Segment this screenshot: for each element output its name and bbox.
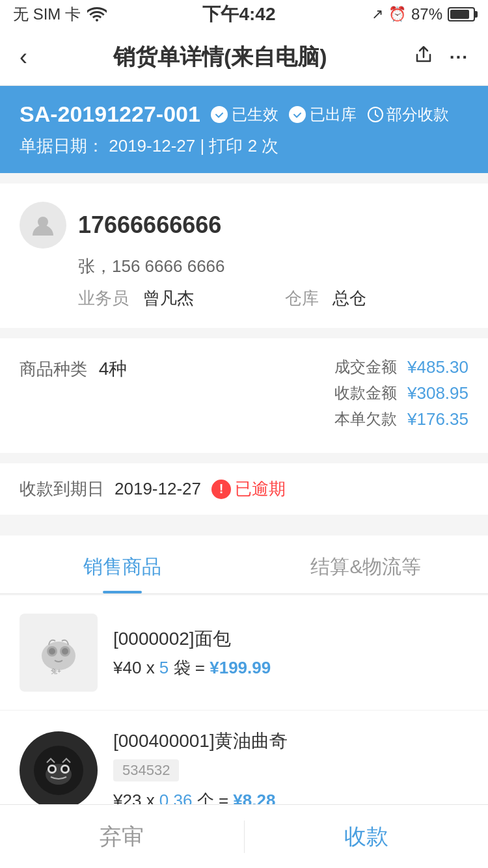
tab-settlement-label: 结算&物流等 [310,556,421,577]
debt-row: 本单欠款 ¥176.35 [244,409,468,429]
due-label: 收款到期日 [20,478,104,500]
order-header: SA-20191227-001 已生效 已出库 部分收款 [0,86,488,173]
status-effective: 已生效 [211,104,278,125]
stats-left: 商品种类 4种 [20,357,244,381]
product-price-row-1: ¥40 x 5 袋 = ¥199.99 [113,657,468,679]
category-label: 商品种类 [20,359,87,379]
status-effective-label: 已生效 [232,104,278,125]
received-value: ¥308.95 [407,383,468,403]
warehouse-info: 仓库 总仓 [285,287,367,310]
product-code-2: [000400001] [113,731,215,751]
check-icon-2 [289,106,306,123]
print-info: | 打印 2 次 [200,136,278,156]
product-title-1: 面包 [195,629,231,649]
customer-row: 17666666666 [20,202,468,249]
tab-settlement[interactable]: 结算&物流等 [244,536,488,593]
status-bar-right: ↗ ⏰ 87% [372,5,475,23]
date-value: 2019-12-27 [109,136,195,156]
product-title-2: 黄油曲奇 [215,731,288,751]
svg-point-12 [49,766,55,772]
order-id: SA-20191227-001 [20,102,200,127]
page-title: 销货单详情(来自电脑) [113,42,327,72]
carrier-label: 无 SIM 卡 [13,4,81,25]
product-eq-1: = [195,658,210,677]
alarm-icon: ⏰ [388,6,406,23]
product-name-2: [000400001]黄油曲奇 [113,729,468,753]
date-label: 单据日期： [20,136,104,156]
warehouse-name: 总仓 [332,288,366,308]
products-section: 兔+ [0000002]面包 ¥40 x 5 袋 = ¥199.99 [0,595,488,831]
section-separator [0,515,488,525]
order-header-row1: SA-20191227-001 已生效 已出库 部分收款 [20,102,468,127]
due-date-value: 2019-12-27 [115,479,201,499]
wifi-icon [87,7,107,21]
stats-section: 商品种类 4种 成交金额 ¥485.30 收款金额 ¥308.95 本单欠款 ¥… [0,338,488,453]
product-info-1: [0000002]面包 ¥40 x 5 袋 = ¥199.99 [113,627,468,679]
battery-indicator [448,7,475,21]
customer-section: 17666666666 张，156 6666 6666 业务员 曾凡杰 仓库 总… [0,183,488,328]
overdue-icon: ! [211,480,231,499]
status-partial-label: 部分收款 [386,104,449,125]
sales-label: 业务员 [78,288,129,308]
back-button[interactable]: ‹ [20,44,27,71]
transaction-value: ¥485.30 [407,357,468,377]
sales-name: 曾凡杰 [143,288,194,308]
product-thumbnail-2 [20,731,98,809]
sales-info: 业务员 曾凡杰 [78,287,194,310]
product-item: 兔+ [0000002]面包 ¥40 x 5 袋 = ¥199.99 [0,595,488,711]
product-name-1: [0000002]面包 [113,627,468,651]
product-total-1: ¥199.99 [210,658,271,677]
warehouse-label: 仓库 [285,288,319,308]
debt-label: 本单欠款 [334,409,397,429]
product-info-2: [000400001]黄油曲奇 534532 ¥23 x 0.36 个 = ¥8… [113,729,468,812]
more-icon[interactable]: ··· [450,47,468,68]
svg-point-13 [62,766,68,772]
svg-point-6 [62,648,68,655]
tab-sales-products[interactable]: 销售商品 [0,536,244,593]
tabs-row: 销售商品 结算&物流等 [0,536,488,593]
product-price-1: ¥40 [113,658,141,677]
cancel-button[interactable]: 弃审 [0,822,244,852]
tabs-section: 销售商品 结算&物流等 [0,536,488,594]
product-unit-1: 袋 [174,658,191,677]
overdue-badge: ! 已逾期 [211,478,286,500]
debt-value: ¥176.35 [407,409,468,429]
transaction-row: 成交金额 ¥485.30 [244,357,468,377]
customer-meta: 业务员 曾凡杰 仓库 总仓 [78,287,468,310]
customer-phone: 17666666666 [78,211,221,239]
customer-name-phone: 张，156 6666 6666 [78,255,468,278]
check-icon-1 [211,106,228,123]
svg-text:兔+: 兔+ [51,668,61,675]
status-bar: 无 SIM 卡 下午4:42 ↗ ⏰ 87% [0,0,488,29]
nav-actions: ··· [413,44,468,70]
stats-right: 成交金额 ¥485.30 收款金额 ¥308.95 本单欠款 ¥176.35 [244,357,468,435]
received-row: 收款金额 ¥308.95 [244,383,468,403]
confirm-button[interactable]: 收款 [245,822,489,852]
avatar [20,202,66,249]
product-code-1: [0000002] [113,629,195,649]
svg-point-2 [42,642,75,670]
transaction-label: 成交金额 [334,357,397,377]
status-shipped: 已出库 [289,104,357,125]
location-icon: ↗ [372,6,383,23]
received-label: 收款金额 [334,383,397,403]
status-bar-left: 无 SIM 卡 [13,4,107,25]
status-shipped-label: 已出库 [310,104,357,125]
order-date-row: 单据日期： 2019-12-27 | 打印 2 次 [20,135,468,157]
svg-point-5 [49,648,55,655]
due-section: 收款到期日 2019-12-27 ! 已逾期 [0,463,488,515]
category-value: 4种 [99,359,128,379]
bottom-bar: 弃审 收款 [0,804,488,868]
product-x-1: x [146,658,159,677]
tab-sales-label: 销售商品 [83,556,161,577]
battery-text: 87% [411,5,442,23]
product-tag-2: 534532 [113,759,179,781]
status-partial: 部分收款 [367,104,449,125]
product-thumbnail-1: 兔+ [20,614,98,692]
overdue-text: 已逾期 [235,478,286,500]
status-bar-time: 下午4:42 [202,2,275,27]
product-qty-1: 5 [159,658,169,677]
nav-bar: ‹ 销货单详情(来自电脑) ··· [0,29,488,86]
share-icon[interactable] [413,44,434,70]
